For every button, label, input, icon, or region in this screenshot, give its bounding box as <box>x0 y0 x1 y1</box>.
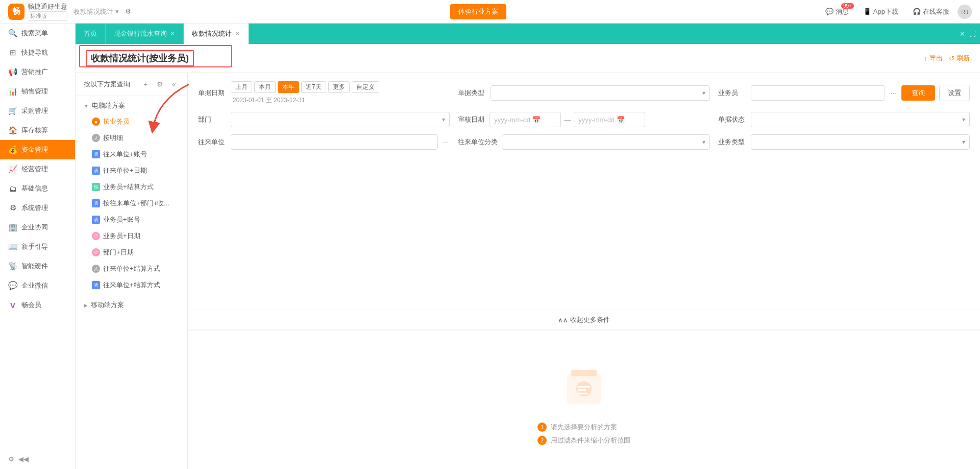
sidebar-label-purchase: 采购管理 <box>21 106 48 115</box>
add-scheme-icon[interactable]: + <box>140 79 151 89</box>
counterpart-select[interactable] <box>231 134 438 150</box>
tab-receipt-close[interactable]: ✕ <box>235 30 240 37</box>
collapse-bar[interactable]: ∧∧ 收起更多条件 <box>188 310 980 330</box>
tab-home-label: 首页 <box>84 29 97 38</box>
dept-select[interactable]: ▾ <box>231 112 450 127</box>
date-tab-lastmonth[interactable]: 上月 <box>231 81 252 93</box>
biz-type-select[interactable]: ▾ <box>751 134 970 150</box>
biz-type-label: 业务类型 <box>718 137 747 147</box>
setting-button[interactable]: 设置 <box>939 85 970 101</box>
scheme-group-desktop-title[interactable]: ▼ 电脑端方案 <box>76 98 187 113</box>
review-date-start[interactable]: yyyy-mm-dd 📅 <box>489 112 561 127</box>
tab-home[interactable]: 首页 <box>76 24 106 44</box>
service-area[interactable]: 🎧 在线客服 <box>913 7 949 16</box>
doc-type-select[interactable]: ▾ <box>491 85 709 101</box>
counterpart-more-icon[interactable]: ··· <box>443 138 449 146</box>
sidebar-item-corp[interactable]: 🏢 企业协同 <box>0 218 75 237</box>
sidebar-item-wechat[interactable]: 💬 企业微信 <box>0 276 75 295</box>
salesperson-account-label: 业务员+账号 <box>103 215 140 224</box>
date-tab-thisyear[interactable]: 本年 <box>278 81 299 93</box>
counterpart-category-label: 往来单位分类 <box>458 137 498 147</box>
settings-bottom-icon[interactable]: ⚙ <box>8 455 14 463</box>
collapse-sidebar-icon[interactable]: ◀◀ <box>18 455 29 463</box>
scheme-item-unit-settle2[interactable]: 表 往来单位+结算方式 <box>76 277 187 293</box>
counterpart-category-select[interactable]: ▾ <box>502 134 709 150</box>
date-tab-custom[interactable]: 自定义 <box>352 81 379 93</box>
scheme-item-dept-date[interactable]: ⏱ 部门+日期 <box>76 244 187 261</box>
scheme-item-by-salesperson[interactable]: ● 按业务员 <box>76 113 187 130</box>
page-actions: ↑ 导出 ↺ 刷新 <box>924 54 970 63</box>
date-tab-thismonth[interactable]: 本月 <box>254 81 276 93</box>
collapse-label: 收起更多条件 <box>570 315 610 324</box>
logo-area: 畅 畅捷通好生意 标准版 <box>8 2 67 21</box>
collapse-icon: ∧∧ <box>558 316 568 324</box>
dept-filter-item: 部门 ▾ <box>198 112 450 127</box>
sidebar-label-marketing: 营销推广 <box>21 67 48 77</box>
salesperson-date-icon: ⏱ <box>92 232 100 240</box>
top-bar-center: 体验行业方案 <box>450 4 506 19</box>
sidebar-item-marketing[interactable]: 📢 营销推广 <box>0 62 75 82</box>
scheme-group-mobile-title[interactable]: ▶ 移动端方案 <box>76 297 187 313</box>
mobile-group-arrow: ▶ <box>84 302 88 308</box>
scheme-item-unit-date[interactable]: 表 往来单位+日期 <box>76 162 187 179</box>
tab-bar-right: ✕ ⛶ <box>960 30 980 38</box>
tab-bank-close[interactable]: ✕ <box>170 30 175 37</box>
svg-rect-3 <box>578 386 591 387</box>
scheme-item-unit-account[interactable]: 表 往来单位+账号 <box>76 146 187 162</box>
sidebar-item-finance[interactable]: 💰 资金管理 <box>0 140 75 159</box>
tab-bank[interactable]: 现金银行流水查询 ✕ <box>106 24 184 44</box>
sidebar-item-purchase[interactable]: 🛒 采购管理 <box>0 101 75 121</box>
breadcrumb-dropdown[interactable]: ▾ <box>115 8 119 15</box>
query-button[interactable]: 查询 <box>901 85 935 101</box>
sidebar-item-search[interactable]: 🔍 搜索菜单 <box>0 24 75 43</box>
sidebar-item-nav[interactable]: ⊞ 快捷导航 <box>0 43 75 62</box>
scheme-group-desktop: ▼ 电脑端方案 ● 按业务员 人 按明细 表 往来单位+账号 表 往来单位+ <box>76 96 187 295</box>
scheme-collapse-icon[interactable]: « <box>169 79 179 89</box>
doc-type-chevron: ▾ <box>702 89 705 97</box>
date-tab-last7[interactable]: 近7天 <box>301 81 326 93</box>
download-area[interactable]: 📱 App下载 <box>863 7 898 16</box>
svg-rect-1 <box>571 370 597 377</box>
salesperson-select[interactable] <box>751 85 886 101</box>
dept-date-label: 部门+日期 <box>103 248 134 257</box>
scheme-item-salesperson-settle[interactable]: 柱 业务员+结算方式 <box>76 179 187 195</box>
sidebar-item-basic[interactable]: 🗂 基础信息 <box>0 179 75 198</box>
refresh-button[interactable]: ↺ 刷新 <box>949 54 970 63</box>
scheme-item-salesperson-account[interactable]: 表 业务员+账号 <box>76 212 187 228</box>
review-date-end[interactable]: yyyy-mm-dd 📅 <box>574 112 645 127</box>
empty-state: 1 请先选择要分析的方案 2 用过滤条件来缩小分析范围 <box>188 331 980 469</box>
sidebar-item-operation[interactable]: 📈 经营管理 <box>0 159 75 179</box>
gear-icon[interactable]: ⚙ <box>125 8 131 15</box>
hardware-icon: 📡 <box>8 262 17 271</box>
scheme-settings-icon[interactable]: ⚙ <box>155 79 165 89</box>
message-area[interactable]: 💬 消息 99+ <box>825 7 849 16</box>
doc-status-filter: 单据状态 ▾ <box>718 112 970 127</box>
scheme-item-unit-settle1[interactable]: 人 往来单位+结算方式 <box>76 261 187 277</box>
export-button[interactable]: ↑ 导出 <box>924 54 943 63</box>
counterpart-category-chevron: ▾ <box>702 138 705 146</box>
calendar-end-icon[interactable]: 📅 <box>617 116 625 124</box>
sidebar-item-hardware[interactable]: 📡 智能硬件 <box>0 256 75 276</box>
tab-receipt[interactable]: 收款情况统计 ✕ <box>184 24 249 44</box>
unit-dept-icon: 表 <box>92 199 100 207</box>
salesperson-item-icon: ● <box>92 118 100 126</box>
sidebar-item-system[interactable]: ⚙ 系统管理 <box>0 198 75 218</box>
sidebar-item-inventory[interactable]: 🏠 库存核算 <box>0 121 75 140</box>
sidebar-item-guide[interactable]: 📖 新手引导 <box>0 237 75 256</box>
date-tab-more[interactable]: 更多 <box>328 81 350 93</box>
export-icon: ↑ <box>924 55 928 62</box>
trial-button[interactable]: 体验行业方案 <box>450 4 506 19</box>
scheme-item-unit-dept-receipt[interactable]: 表 按往来单位+部门+收... <box>76 195 187 212</box>
brand-name: 畅捷通好生意 <box>28 2 67 11</box>
salesperson-more-icon[interactable]: ··· <box>890 89 896 97</box>
doc-status-select[interactable]: ▾ <box>751 112 970 127</box>
calendar-start-icon[interactable]: 📅 <box>532 116 541 124</box>
scheme-item-by-detail[interactable]: 人 按明细 <box>76 130 187 146</box>
tab-expand-icon[interactable]: ⛶ <box>969 30 976 38</box>
tab-close-all-icon[interactable]: ✕ <box>960 30 965 38</box>
salesperson-account-icon: 表 <box>92 216 100 224</box>
sidebar-item-member[interactable]: V 畅会员 <box>0 295 75 315</box>
sidebar-item-sales[interactable]: 📊 销售管理 <box>0 82 75 101</box>
user-avatar[interactable]: Rit <box>958 5 972 19</box>
scheme-item-salesperson-date[interactable]: ⏱ 业务员+日期 <box>76 228 187 244</box>
